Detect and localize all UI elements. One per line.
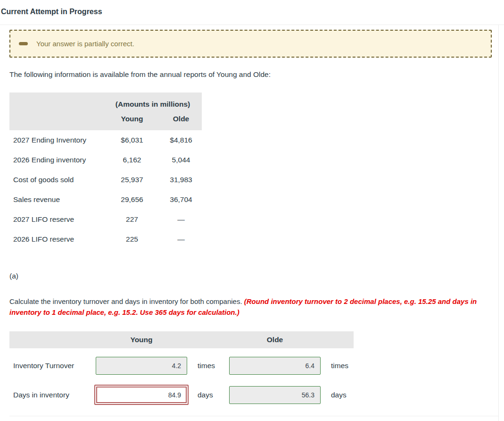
- unit-label: times: [187, 362, 229, 370]
- bottom-divider: [9, 416, 498, 416]
- header-divider: [0, 25, 504, 25]
- young-value: 29,656: [104, 190, 160, 210]
- company-info-table: (Amounts in millions) Young Olde 2027 En…: [9, 93, 202, 249]
- table-row: 2026 LIFO reserve 225 —: [9, 229, 202, 249]
- instruction-text: Calculate the inventory turnover and day…: [9, 297, 242, 305]
- inventory-turnover-young-input: [96, 357, 187, 375]
- info-table-corner-cell: [9, 93, 104, 111]
- answer-row-label: Inventory Turnover: [9, 362, 96, 370]
- young-value: $6,031: [104, 130, 160, 150]
- page-title: Current Attempt in Progress: [1, 8, 102, 16]
- banner-message: Your answer is partially correct.: [36, 40, 134, 48]
- part-a-label: (a): [9, 272, 18, 280]
- unit-label: times: [321, 362, 354, 370]
- young-value: 225: [104, 229, 160, 249]
- answer-row-label: Days in inventory: [9, 391, 96, 399]
- answer-table: Young Olde Inventory Turnover times time…: [9, 331, 354, 414]
- info-table-header-young: Young: [104, 111, 160, 130]
- info-table-header-olde: Olde: [160, 111, 202, 130]
- row-label: 2027 Ending Inventory: [9, 130, 104, 150]
- days-in-inventory-young-input[interactable]: [94, 385, 189, 405]
- content-right-border: [498, 25, 499, 421]
- table-row: Sales revenue 29,656 36,704: [9, 190, 202, 210]
- young-value: 227: [104, 210, 160, 229]
- young-value: 6,162: [104, 150, 160, 170]
- partially-correct-dash-icon: [19, 42, 28, 45]
- info-table-caption: (Amounts in millions): [104, 93, 202, 111]
- partially-correct-banner: Your answer is partially correct.: [9, 30, 492, 58]
- table-row: 2027 LIFO reserve 227 —: [9, 210, 202, 229]
- table-row: 2026 Ending inventory 6,162 5,044: [9, 150, 202, 170]
- unit-label: days: [321, 391, 354, 399]
- olde-value: 36,704: [160, 190, 202, 210]
- row-label: Cost of goods sold: [9, 170, 104, 190]
- info-table-empty-header: [9, 111, 104, 130]
- table-row: Cost of goods sold 25,937 31,983: [9, 170, 202, 190]
- olde-value: 31,983: [160, 170, 202, 190]
- olde-value: —: [160, 229, 202, 249]
- answer-header-young: Young: [96, 336, 187, 344]
- answer-row-days-in-inventory: Days in inventory days days: [9, 385, 354, 405]
- row-label: 2026 Ending inventory: [9, 150, 104, 170]
- answer-header-olde: Olde: [229, 336, 321, 344]
- olde-value: 5,044: [160, 150, 202, 170]
- table-row: 2027 Ending Inventory $6,031 $4,816: [9, 130, 202, 150]
- row-label: 2027 LIFO reserve: [9, 210, 104, 229]
- unit-label: days: [187, 391, 229, 399]
- answer-row-inventory-turnover: Inventory Turnover times times: [9, 355, 354, 376]
- intro-text: The following information is available f…: [9, 70, 481, 79]
- row-label: Sales revenue: [9, 190, 104, 210]
- answer-table-header: Young Olde: [9, 331, 354, 348]
- days-in-inventory-olde-input: [229, 386, 321, 404]
- question-instruction: Calculate the inventory turnover and day…: [9, 296, 489, 318]
- young-value: 25,937: [104, 170, 160, 190]
- olde-value: —: [160, 210, 202, 229]
- row-label: 2026 LIFO reserve: [9, 229, 104, 249]
- inventory-turnover-olde-input: [229, 357, 321, 375]
- olde-value: $4,816: [160, 130, 202, 150]
